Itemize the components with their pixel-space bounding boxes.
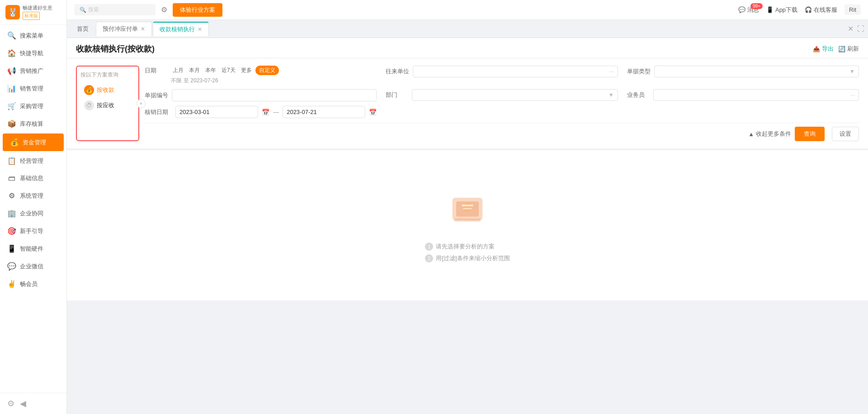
sidebar-item-search-menu[interactable]: 🔍 搜索菜单 bbox=[0, 27, 66, 44]
doc-no-filter: 单据编号 bbox=[145, 89, 377, 101]
main-area: 🔍 搜索 ⚙ 体验行业方案 💬 消息 99+ 📱 App下载 🎧 在线客服 Ri… bbox=[67, 0, 868, 414]
sidebar-item-marketing[interactable]: 📢 营销推广 bbox=[0, 62, 66, 80]
sidebar-item-label: 库存核算 bbox=[20, 120, 43, 128]
verify-date-end-input[interactable] bbox=[283, 106, 365, 118]
topbar: 🔍 搜索 ⚙ 体验行业方案 💬 消息 99+ 📱 App下载 🎧 在线客服 Ri… bbox=[67, 0, 868, 20]
finance-icon: 💰 bbox=[10, 138, 19, 147]
collapse-up-icon: ▲ bbox=[748, 131, 754, 138]
dept-select[interactable]: ▼ bbox=[412, 89, 618, 101]
tab-prepay[interactable]: 预付冲应付单 ✕ bbox=[96, 22, 152, 36]
hardware-icon: 📱 bbox=[7, 244, 16, 253]
collapse-more-button[interactable]: ▲ 收起更多条件 bbox=[748, 130, 791, 138]
sidebar-item-label: 智能硬件 bbox=[20, 245, 43, 253]
app-label: App下载 bbox=[775, 6, 797, 14]
sidebar-item-system[interactable]: ⚙ 系统管理 bbox=[0, 187, 66, 205]
date-btn-this-year[interactable]: 本年 bbox=[203, 66, 218, 75]
dept-arrow: ▼ bbox=[609, 92, 614, 98]
message-icon: 💬 bbox=[738, 6, 745, 13]
query-button[interactable]: 查询 bbox=[795, 127, 825, 141]
online-service-button[interactable]: 🎧 在线客服 bbox=[805, 6, 837, 14]
sidebar-item-label: 基础信息 bbox=[20, 174, 43, 182]
sidebar-item-guide[interactable]: 🎯 新手引导 bbox=[0, 222, 66, 240]
sidebar-item-hardware[interactable]: 📱 智能硬件 bbox=[0, 240, 66, 257]
sidebar-item-operation[interactable]: 📋 经营管理 bbox=[0, 152, 66, 170]
filter-option-by-receipt[interactable]: 💰 按收款 bbox=[80, 82, 135, 98]
doc-no-input[interactable] bbox=[172, 89, 377, 101]
sidebar-item-label: 企业协同 bbox=[20, 209, 43, 218]
sidebar-item-inventory[interactable]: 📦 库存核算 bbox=[0, 115, 66, 133]
enterprise-icon: 🏢 bbox=[7, 209, 16, 218]
doc-type-arrow: ▼ bbox=[849, 68, 855, 75]
tab-home[interactable]: 首页 bbox=[71, 22, 95, 36]
filter-sidebar-collapse-btn[interactable]: « bbox=[137, 99, 146, 108]
quick-nav-icon: 🏠 bbox=[7, 49, 16, 57]
search-menu-icon: 🔍 bbox=[7, 31, 16, 40]
verify-date-start-calendar-icon[interactable]: 📅 bbox=[262, 109, 269, 116]
tab-prepay-close[interactable]: ✕ bbox=[141, 26, 145, 32]
service-icon: 🎧 bbox=[805, 6, 812, 13]
export-icon: 📤 bbox=[813, 46, 820, 52]
settings-button[interactable]: 设置 bbox=[832, 127, 859, 141]
refresh-button[interactable]: 🔄 刷新 bbox=[838, 45, 859, 53]
user-info[interactable]: Rit bbox=[844, 5, 861, 15]
sales-icon: 📊 bbox=[7, 84, 16, 93]
sidebar-item-sales[interactable]: 📊 销售管理 bbox=[0, 80, 66, 97]
tip-text-2: 用[过滤]条件来缩小分析范围 bbox=[436, 252, 509, 264]
sidebar-collapse-icon[interactable]: ◀ bbox=[20, 399, 26, 409]
verify-date-end-calendar-icon[interactable]: 📅 bbox=[369, 109, 377, 116]
sidebar-item-label: 销售管理 bbox=[20, 85, 43, 93]
date-to-text: 至 2023-07-26 bbox=[184, 77, 218, 85]
by-receipt-icon: 💰 bbox=[84, 85, 94, 95]
doc-type-select[interactable]: ▼ bbox=[654, 66, 859, 77]
topbar-right: 💬 消息 99+ 📱 App下载 🎧 在线客服 Rit bbox=[738, 5, 861, 15]
tabbar-expand-icon[interactable]: ⛶ bbox=[857, 25, 864, 33]
sidebar-item-finance[interactable]: 💰 资金管理 bbox=[3, 133, 64, 151]
marketing-icon: 📢 bbox=[7, 67, 16, 75]
sidebar: 🐰 畅捷通好生意 标准版 🔍 搜索菜单 🏠 快捷导航 📢 营销推广 📊 销售管理… bbox=[0, 0, 67, 414]
sidebar-item-wechat[interactable]: 💬 企业微信 bbox=[0, 257, 66, 275]
message-button[interactable]: 💬 消息 99+ bbox=[738, 6, 759, 14]
app-download-button[interactable]: 📱 App下载 bbox=[766, 6, 797, 14]
employee-input[interactable]: ··· bbox=[653, 89, 859, 101]
empty-illustration bbox=[445, 186, 490, 232]
message-badge: 99+ bbox=[750, 3, 763, 9]
logo-badge: 标准版 bbox=[23, 12, 40, 20]
refresh-icon: 🔄 bbox=[838, 46, 845, 52]
tabbar-close-all-icon[interactable]: ✕ bbox=[848, 24, 854, 33]
purchase-icon: 🛒 bbox=[7, 102, 16, 110]
by-receipt-label: 按收款 bbox=[97, 86, 114, 94]
empty-tip-1: 1 请先选择要分析的方案 bbox=[425, 241, 509, 252]
sidebar-item-label: 资金管理 bbox=[23, 138, 46, 147]
verify-date-filter: 核销日期 📅 — 📅 bbox=[145, 106, 377, 118]
verify-date-start-input[interactable] bbox=[175, 106, 258, 118]
user-name: Rit bbox=[849, 6, 856, 13]
sidebar-item-basic[interactable]: 🗃 基础信息 bbox=[0, 170, 66, 187]
sidebar-item-member[interactable]: ✌ 畅会员 bbox=[0, 275, 66, 293]
filter-option-by-receivable[interactable]: ⏱ 按应收 bbox=[80, 98, 135, 113]
tab-receipt-verify[interactable]: 收款核销执行 ✕ bbox=[153, 22, 209, 36]
topbar-settings-icon[interactable]: ⚙ bbox=[161, 5, 167, 14]
tab-home-label: 首页 bbox=[77, 25, 89, 33]
svg-rect-5 bbox=[454, 219, 481, 222]
date-btn-more[interactable]: 更多 bbox=[239, 66, 254, 75]
bottom-settings-icon[interactable]: ⚙ bbox=[7, 399, 14, 409]
sidebar-item-purchase[interactable]: 🛒 采购管理 bbox=[0, 97, 66, 115]
employee-dots: ··· bbox=[850, 92, 855, 98]
counterpart-input[interactable]: ··· bbox=[413, 66, 618, 77]
date-btn-custom[interactable]: 自定义 bbox=[255, 66, 279, 75]
industry-solution-button[interactable]: 体验行业方案 bbox=[173, 3, 222, 17]
sidebar-item-quick-nav[interactable]: 🏠 快捷导航 bbox=[0, 44, 66, 62]
tip-num-2: 2 bbox=[425, 254, 433, 262]
export-button[interactable]: 📤 导出 bbox=[813, 45, 834, 53]
date-btn-7days[interactable]: 近7天 bbox=[220, 66, 237, 75]
verify-date-label: 核销日期 bbox=[145, 108, 172, 116]
date-btn-last-month[interactable]: 上月 bbox=[171, 66, 185, 75]
topbar-search-box[interactable]: 🔍 搜索 bbox=[74, 4, 156, 15]
doc-type-filter: 单据类型 ▼ bbox=[627, 66, 859, 77]
sidebar-item-label: 搜索菜单 bbox=[20, 32, 43, 40]
tab-receipt-verify-close[interactable]: ✕ bbox=[198, 26, 202, 33]
sidebar-item-enterprise[interactable]: 🏢 企业协同 bbox=[0, 205, 66, 222]
date-btn-this-month[interactable]: 本月 bbox=[187, 66, 202, 75]
date-quick-btns: 上月 本月 本年 近7天 更多 自定义 bbox=[171, 66, 279, 75]
date-no-limit-text: 不限 bbox=[171, 77, 182, 85]
